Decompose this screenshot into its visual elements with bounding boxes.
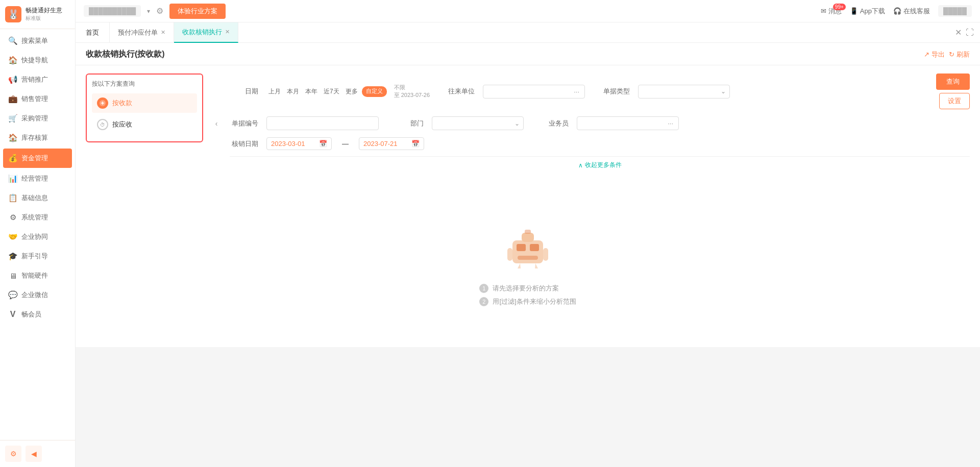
date-opt-more[interactable]: 更多 [344, 86, 360, 97]
sidebar-item-quicknav[interactable]: 🏠 快捷导航 [0, 51, 75, 70]
sidebar-item-finance[interactable]: 💰 资金管理 [3, 149, 72, 168]
filter-collapse-btn[interactable]: ‹ [211, 73, 222, 174]
staff-dots-icon[interactable]: ··· [668, 119, 673, 127]
search-icon: 🔍 [8, 36, 17, 45]
calendar-start-icon[interactable]: 📅 [319, 140, 327, 148]
member-icon: V [8, 310, 17, 319]
expand-btn[interactable]: ⛶ [966, 28, 974, 37]
dept-select[interactable] [432, 116, 524, 130]
staff-input[interactable] [582, 119, 666, 127]
svg-rect-7 [507, 248, 512, 261]
sidebar-item-label: 快捷导航 [21, 56, 48, 65]
close-tab-btn[interactable]: ✕ [955, 28, 962, 37]
calendar-end-icon[interactable]: 📅 [411, 140, 420, 148]
tab-prepay-close[interactable]: ✕ [161, 29, 165, 36]
app-download-button[interactable]: 📱 App下载 [850, 7, 885, 16]
verify-date-label: 核销日期 [230, 139, 258, 149]
date-range-dash: — [342, 140, 349, 148]
date-opt-thisyear[interactable]: 本年 [303, 86, 320, 97]
empty-state: 1 请先选择要分析的方案 2 用[过滤]条件来缩小分析范围 [76, 182, 980, 347]
sidebar-item-label: 销售管理 [21, 94, 48, 104]
date-opt-custom[interactable]: 自定义 [362, 86, 387, 97]
tab-verify-close[interactable]: ✕ [225, 29, 230, 35]
verify-date-start-wrap: 2023-03-01 📅 [266, 137, 332, 150]
tab-verify[interactable]: 收款核销执行 ✕ [174, 22, 238, 43]
date-to-label: 至 2023-07-26 [394, 91, 430, 99]
topbar-dropdown-icon[interactable]: ▾ [147, 8, 150, 15]
sidebar-item-label: 采购管理 [21, 114, 48, 123]
sidebar-item-marketing[interactable]: 📢 营销推广 [0, 70, 75, 89]
hint-text-2: 用[过滤]条件来缩小分析范围 [493, 297, 576, 306]
export-button[interactable]: ↗ 导出 [924, 50, 945, 59]
sidebar-item-guide[interactable]: 🎓 新手引导 [0, 247, 75, 266]
sidebar-item-inventory[interactable]: 🏠 库存核算 [0, 128, 75, 148]
collapse-more-btn[interactable]: ∧ 收起更多条件 [230, 156, 970, 174]
settings-bottom-btn[interactable]: ⚙ [5, 446, 21, 462]
sidebar-item-management[interactable]: 📊 经营管理 [0, 169, 75, 188]
refresh-button[interactable]: ↻ 刷新 [949, 50, 970, 59]
date-opt-7days[interactable]: 近7天 [322, 86, 341, 97]
message-badge: 99+ [833, 4, 846, 10]
sidebar-item-label: 资金管理 [21, 154, 48, 163]
svg-rect-8 [543, 248, 548, 261]
svg-rect-5 [522, 233, 534, 242]
main-area: ██████████ ▾ ⚙ 体验行业方案 ✉ 消息 99+ 📱 App下载 🎧… [76, 0, 980, 467]
hint-num-1: 1 [479, 284, 488, 293]
solution-button[interactable]: 体验行业方案 [169, 4, 226, 19]
verify-date-start-input[interactable]: 2023-03-01 [271, 140, 317, 148]
settings-button[interactable]: 设置 [939, 93, 970, 109]
service-icon: 🎧 [893, 7, 901, 15]
sidebar-item-purchase[interactable]: 🛒 采购管理 [0, 109, 75, 128]
svg-rect-1 [512, 240, 543, 263]
quicknav-icon: 🏠 [8, 56, 17, 65]
app-icon: 📱 [850, 7, 858, 15]
content-area: 收款核销执行(按收款) ↗ 导出 ↻ 刷新 按以下方案查询 [76, 43, 980, 467]
receipt-option-label: 按收款 [112, 99, 132, 108]
topbar-gear-icon[interactable]: ⚙ [156, 6, 163, 16]
sidebar-item-search[interactable]: 🔍 搜索菜单 [0, 31, 75, 51]
date-nolimit: 不限 [394, 84, 430, 91]
docno-label: 单据编号 [230, 119, 258, 128]
hint-text-1: 请先选择要分析的方案 [493, 284, 559, 293]
query-button[interactable]: 查询 [936, 73, 970, 90]
dept-select-wrap [432, 116, 524, 130]
app-label: App下载 [860, 7, 885, 16]
sidebar-item-hardware[interactable]: 🖥 智能硬件 [0, 266, 75, 285]
date-label: 日期 [230, 87, 258, 96]
page-header-actions: ↗ 导出 ↻ 刷新 [924, 50, 970, 59]
verify-date-end-input[interactable]: 2023-07-21 [363, 140, 409, 148]
filter-actions: 查询 设置 [936, 73, 970, 109]
sidebar-item-member[interactable]: V 畅会员 [0, 305, 75, 324]
sidebar-item-system[interactable]: ⚙ 系统管理 [0, 208, 75, 227]
collab-icon: 🤝 [8, 232, 17, 241]
hardware-icon: 🖥 [8, 271, 17, 280]
dept-label: 部门 [395, 119, 424, 128]
partner-input[interactable] [488, 88, 572, 95]
sidebar-item-sales[interactable]: 💼 销售管理 [0, 89, 75, 109]
sidebar-item-wechat[interactable]: 💬 企业微信 [0, 285, 75, 305]
date-opt-thismonth[interactable]: 本月 [285, 86, 301, 97]
tab-prepay[interactable]: 预付冲应付单 ✕ [110, 22, 174, 43]
docno-input[interactable] [266, 116, 379, 130]
filter-option-by-receipt[interactable]: 按收款 [92, 93, 197, 113]
filter-box-title: 按以下方案查询 [92, 80, 197, 88]
management-icon: 📊 [8, 174, 17, 183]
tab-home[interactable]: 首页 [76, 22, 110, 43]
sales-icon: 💼 [8, 94, 17, 104]
sidebar-item-baseinfo[interactable]: 📋 基础信息 [0, 188, 75, 208]
date-opt-lastmonth[interactable]: 上月 [266, 86, 283, 97]
topbar: ██████████ ▾ ⚙ 体验行业方案 ✉ 消息 99+ 📱 App下载 🎧… [76, 0, 980, 22]
sidebar-item-collab[interactable]: 🤝 企业协同 [0, 227, 75, 247]
online-service-button[interactable]: 🎧 在线客服 [893, 7, 930, 16]
sidebar-item-label: 系统管理 [21, 213, 48, 222]
message-button[interactable]: ✉ 消息 99+ [821, 7, 842, 16]
purchase-icon: 🛒 [8, 114, 17, 123]
partner-dots-icon[interactable]: ··· [574, 88, 579, 95]
filter-rows: 日期 上月 本月 本年 近7天 更多 自定义 不限 [230, 73, 970, 150]
user-menu[interactable]: █████ [938, 5, 972, 17]
collapse-sidebar-btn[interactable]: ◀ [26, 446, 42, 462]
doctype-select[interactable] [638, 85, 730, 99]
empty-hint-2: 2 用[过滤]条件来缩小分析范围 [479, 297, 576, 306]
filter-fields: 日期 上月 本月 本年 近7天 更多 自定义 不限 [230, 73, 970, 174]
filter-option-by-receivable[interactable]: ⏱ 按应收 [92, 115, 197, 134]
